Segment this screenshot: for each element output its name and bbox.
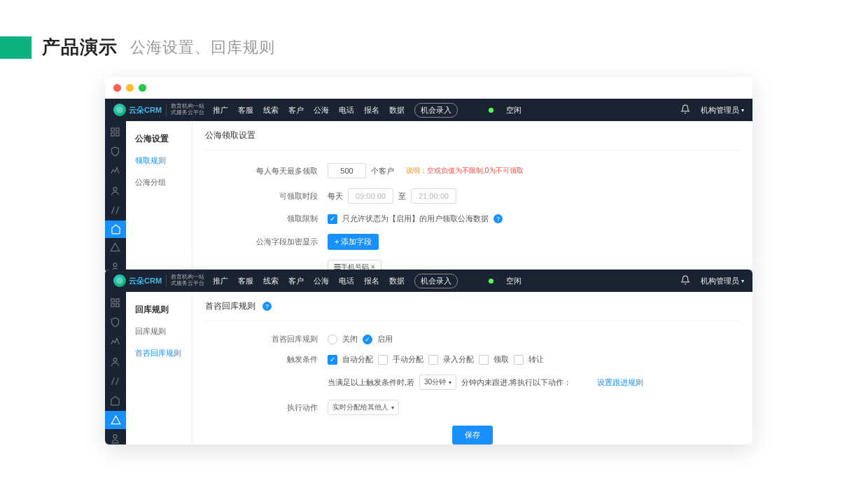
dropdown-minutes[interactable]: 30分钟▾ bbox=[419, 374, 456, 390]
window-gonghai-settings: 云朵CRM 教育机构一站式服务云平台 推广 客服 线索 客户 公海 电话 报名 … bbox=[105, 77, 752, 273]
hint-text: 空或负值为不限制,0为不可领取 bbox=[427, 167, 524, 174]
svg-rect-2 bbox=[111, 133, 114, 136]
status-indicator-icon bbox=[489, 108, 493, 113]
sidebar-icon-3[interactable] bbox=[110, 337, 121, 348]
sidebar-icon-1[interactable] bbox=[110, 127, 121, 138]
sidebar-item-shouzi-huiku[interactable]: 首咨回库规则 bbox=[126, 342, 192, 364]
svg-rect-0 bbox=[111, 128, 114, 131]
row-encrypt-fields: 公海字段加密显示 + 添加字段 bbox=[205, 234, 740, 250]
input-max-claim[interactable]: 500 bbox=[328, 163, 366, 178]
minimize-icon[interactable] bbox=[126, 84, 134, 92]
svg-rect-8 bbox=[111, 304, 114, 307]
input-time-start[interactable]: 09:00:00 bbox=[348, 188, 393, 204]
text-condition-mid: 分钟内未跟进,将执行以下动作： bbox=[461, 377, 571, 388]
nav-kefu[interactable]: 客服 bbox=[238, 276, 253, 286]
checkbox-auto-assign[interactable]: ✓ bbox=[328, 355, 337, 365]
nav-baoming[interactable]: 报名 bbox=[364, 276, 379, 286]
sidebar-icon-6-active[interactable] bbox=[105, 220, 126, 238]
content-panel: 公海领取设置 每人每天最多领取 500 个客户 说明：空或负值为不限制,0为不可… bbox=[192, 121, 752, 273]
bell-icon[interactable] bbox=[680, 275, 690, 286]
window-huiku-rules: 云朵CRM 教育机构一站式服务云平台 推广 客服 线索 客户 公海 电话 报名 … bbox=[105, 270, 752, 444]
nav-gonghai[interactable]: 公海 bbox=[314, 105, 329, 115]
sidebar-icon-6[interactable] bbox=[110, 396, 121, 407]
sidebar-item-huiku-guize[interactable]: 回库规则 bbox=[126, 321, 192, 342]
user-menu[interactable]: 机构管理员▾ bbox=[701, 276, 744, 286]
svg-rect-7 bbox=[116, 299, 119, 302]
sidebar-section-title: 回库规则 bbox=[126, 299, 192, 321]
nav-gonghai[interactable]: 公海 bbox=[314, 276, 329, 286]
nav-baoming[interactable]: 报名 bbox=[364, 105, 379, 115]
radio-off[interactable] bbox=[328, 335, 337, 344]
sidebar-icon-7[interactable] bbox=[110, 242, 121, 253]
user-menu[interactable]: 机构管理员▾ bbox=[701, 105, 744, 115]
checkbox-manual-assign[interactable] bbox=[378, 355, 388, 365]
sidebar-icon-2[interactable] bbox=[110, 146, 121, 158]
svg-rect-6 bbox=[111, 299, 114, 302]
status-text: 空闲 bbox=[506, 105, 522, 115]
maximize-icon[interactable] bbox=[139, 84, 146, 92]
nav-kehu[interactable]: 客户 bbox=[288, 105, 304, 115]
logo[interactable]: 云朵CRM 教育机构一站式服务云平台 bbox=[113, 274, 204, 287]
sidebar-icon-4[interactable] bbox=[110, 356, 121, 368]
link-set-follow-rule[interactable]: 设置跟进规则 bbox=[597, 377, 643, 388]
icon-sidebar bbox=[105, 292, 126, 444]
add-field-button[interactable]: + 添加字段 bbox=[328, 234, 379, 250]
slide-subtitle: 公海设置、回库规则 bbox=[130, 37, 275, 58]
topbar: 云朵CRM 教育机构一站式服务云平台 推广 客服 线索 客户 公海 电话 报名 … bbox=[105, 270, 752, 292]
input-time-end[interactable]: 21:00:00 bbox=[411, 188, 456, 204]
logo-brand: 云朵CRM bbox=[129, 105, 162, 115]
nav-kefu[interactable]: 客服 bbox=[238, 105, 253, 115]
nav-dianhua[interactable]: 电话 bbox=[339, 276, 354, 286]
slide-title: 产品演示 bbox=[42, 35, 118, 59]
nav-tuiguang[interactable]: 推广 bbox=[213, 105, 228, 115]
sidebar-item-gonghai-fenzu[interactable]: 公海分组 bbox=[126, 172, 192, 193]
save-button[interactable]: 保存 bbox=[452, 426, 493, 444]
sidebar-icon-1[interactable] bbox=[110, 298, 121, 309]
nav-shuju[interactable]: 数据 bbox=[389, 105, 405, 115]
sidebar-icon-7-active[interactable] bbox=[105, 411, 126, 429]
svg-rect-1 bbox=[116, 128, 119, 131]
sidebar-icon-3[interactable] bbox=[110, 166, 121, 177]
nav-xiansuo[interactable]: 线索 bbox=[263, 105, 279, 115]
hint-prefix: 说明： bbox=[406, 167, 427, 174]
bell-icon[interactable] bbox=[680, 104, 690, 115]
checkbox-enabled-only[interactable]: ✓ bbox=[328, 214, 337, 224]
nav-jihui-luru[interactable]: 机会录入 bbox=[414, 103, 458, 118]
help-icon[interactable]: ? bbox=[493, 214, 503, 223]
sidebar-icon-8[interactable] bbox=[110, 433, 121, 444]
row-claim-limit: 领取限制 ✓ 只允许状态为【启用】的用户领取公海数据 ? bbox=[205, 214, 740, 224]
accent-block bbox=[0, 36, 31, 59]
sidebar-icon-5[interactable] bbox=[110, 376, 121, 387]
text-condition-pre: 当满足以上触发条件时,若 bbox=[328, 377, 414, 388]
label-max-claim: 每人每天最多领取 bbox=[205, 166, 328, 176]
sidebar-item-lingqu-guize[interactable]: 领取规则 bbox=[126, 150, 192, 172]
row-time-range: 可领取时段 每天 09:00:00 至 21:00:00 bbox=[205, 188, 740, 204]
logo[interactable]: 云朵CRM 教育机构一站式服务云平台 bbox=[113, 104, 204, 116]
close-icon[interactable] bbox=[113, 84, 121, 92]
label-claim-limit: 领取限制 bbox=[205, 214, 328, 224]
nav-tuiguang[interactable]: 推广 bbox=[213, 276, 228, 286]
nav-dianhua[interactable]: 电话 bbox=[339, 105, 354, 115]
label-on: 启用 bbox=[377, 334, 393, 344]
nav-xiansuo[interactable]: 线索 bbox=[263, 276, 279, 286]
checkbox-claim[interactable] bbox=[479, 355, 489, 365]
row-rule-enable: 首咨回库规则 关闭 启用 bbox=[205, 334, 740, 344]
sidebar-icon-2[interactable] bbox=[110, 317, 121, 328]
checkbox-input-assign[interactable] bbox=[428, 355, 438, 365]
label-off: 关闭 bbox=[342, 334, 358, 344]
logo-brand: 云朵CRM bbox=[129, 276, 162, 286]
radio-on[interactable] bbox=[363, 335, 372, 344]
checkbox-transfer[interactable] bbox=[514, 355, 524, 365]
nav-kehu[interactable]: 客户 bbox=[288, 276, 304, 286]
top-nav: 推广 客服 线索 客户 公海 电话 报名 数据 机会录入 空闲 bbox=[213, 274, 680, 288]
sidebar-icon-5[interactable] bbox=[110, 205, 121, 216]
nav-jihui-luru[interactable]: 机会录入 bbox=[414, 274, 458, 288]
dropdown-action[interactable]: 实时分配给其他人▾ bbox=[328, 400, 399, 415]
row-action: 执行动作 实时分配给其他人▾ bbox=[205, 400, 740, 415]
svg-rect-9 bbox=[116, 304, 119, 307]
help-icon[interactable]: ? bbox=[262, 302, 272, 311]
logo-tagline: 教育机构一站式服务云平台 bbox=[166, 274, 204, 287]
nav-shuju[interactable]: 数据 bbox=[389, 276, 405, 286]
sidebar-icon-4[interactable] bbox=[110, 186, 121, 197]
label-to: 至 bbox=[398, 191, 406, 202]
